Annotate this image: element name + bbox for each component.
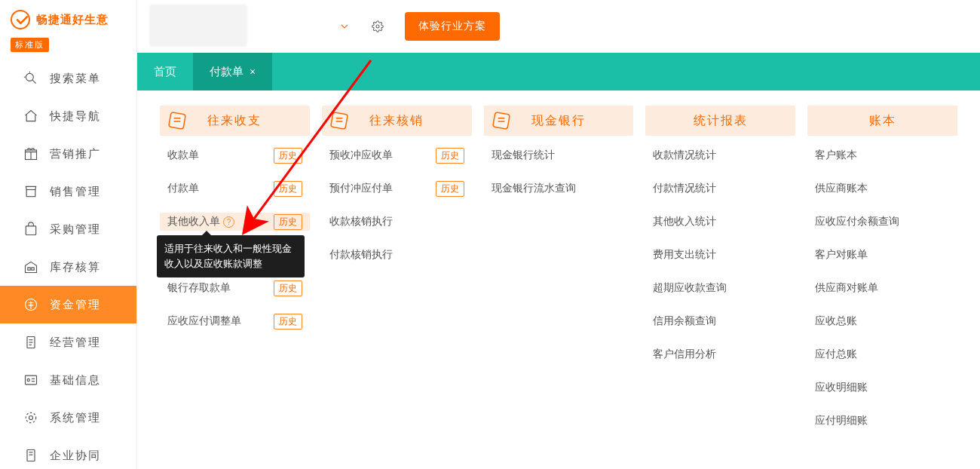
menu-item[interactable]: 收款情况统计 xyxy=(653,146,788,164)
sidebar-item-gift[interactable]: 营销推广 xyxy=(0,135,136,173)
menu-item[interactable]: 收款核销执行 xyxy=(329,213,464,231)
menu-item[interactable]: 应付总账 xyxy=(815,345,950,363)
tab-label: 首页 xyxy=(154,65,176,79)
sidebar-item-label: 企业协同 xyxy=(50,449,101,463)
menu-item-text: 供应商账本 xyxy=(815,182,868,195)
menu-item[interactable]: 付款单历史 xyxy=(167,179,302,198)
section-column: 往来核销预收冲应收单历史预付冲应付单历史收款核销执行付款核销执行 xyxy=(322,106,472,469)
menu-item[interactable]: 客户账本 xyxy=(815,146,950,164)
sidebar-item-cog[interactable]: 系统管理 xyxy=(0,399,136,437)
menu-item[interactable]: 付款情况统计 xyxy=(653,179,788,198)
section-header-icon xyxy=(492,111,511,130)
menu-item[interactable]: 应收总账 xyxy=(815,312,950,330)
sidebar-item-money[interactable]: 资金管理 xyxy=(0,286,136,323)
card-icon xyxy=(23,372,39,388)
account-dropdown-caret-icon[interactable] xyxy=(337,19,352,34)
trial-industry-button[interactable]: 体验行业方案 xyxy=(405,12,500,41)
menu-item[interactable]: 收款单历史 xyxy=(167,146,302,164)
menu-item[interactable]: 预付冲应付单历史 xyxy=(329,179,464,198)
menu-item-label: 超期应收款查询 xyxy=(653,281,727,295)
history-tag[interactable]: 历史 xyxy=(274,181,302,197)
section-title: 账本 xyxy=(869,113,896,129)
menu-item-text: 其他收入统计 xyxy=(653,215,716,228)
svg-rect-9 xyxy=(28,268,30,270)
svg-point-20 xyxy=(26,412,35,422)
account-blur-placeholder xyxy=(149,5,247,47)
settings-gear-icon[interactable] xyxy=(370,19,385,34)
menu-item-label: 银行存取款单 xyxy=(167,281,231,295)
history-tag[interactable]: 历史 xyxy=(436,148,464,164)
menu-item[interactable]: 现金银行统计 xyxy=(492,146,626,164)
menu-item[interactable]: 应收应付余额查询 xyxy=(815,213,950,231)
menu-item-label: 应收明细账 xyxy=(815,381,868,394)
menu-item-text: 应收明细账 xyxy=(815,381,868,394)
menu-item-text: 付款情况统计 xyxy=(653,182,716,195)
history-tag[interactable]: 历史 xyxy=(274,314,302,330)
sidebar-item-label: 采购管理 xyxy=(50,222,101,237)
sidebar-item-shop[interactable]: 销售管理 xyxy=(0,173,136,210)
sidebar-item-doc[interactable]: 经营管理 xyxy=(0,323,136,361)
svg-rect-8 xyxy=(26,226,35,235)
menu-item[interactable]: 应付明细账 xyxy=(815,412,950,430)
menu-item[interactable]: 银行存取款单历史 xyxy=(167,279,302,297)
tab-1[interactable]: 付款单× xyxy=(193,53,272,90)
menu-item[interactable]: 超期应收款查询 xyxy=(653,279,788,297)
menu-item-label: 客户对账单 xyxy=(815,248,868,262)
menu-item[interactable]: 客户对账单 xyxy=(815,246,950,264)
menu-item-text: 供应商对账单 xyxy=(815,281,878,295)
help-icon[interactable]: ? xyxy=(223,216,234,228)
menu-item[interactable]: 应收明细账 xyxy=(815,379,950,397)
menu-item-text: 预收冲应收单 xyxy=(329,149,393,162)
menu-item[interactable]: 供应商对账单 xyxy=(815,279,950,297)
menu-item[interactable]: 应收应付调整单历史 xyxy=(167,312,302,330)
section-column: 统计报表收款情况统计付款情况统计其他收入统计费用支出统计超期应收款查询信用余额查… xyxy=(645,106,795,469)
sidebar-item-label: 库存核算 xyxy=(50,260,101,274)
menu-item[interactable]: 付款核销执行 xyxy=(329,246,464,264)
menu-item-text: 应收应付余额查询 xyxy=(815,215,899,228)
home-icon xyxy=(23,108,39,124)
menu-item-text: 应付明细账 xyxy=(815,414,868,428)
sidebar-item-home[interactable]: 快捷导航 xyxy=(0,97,136,135)
menu-item-label: 费用支出统计 xyxy=(653,248,716,262)
sidebar-item-bag[interactable]: 采购管理 xyxy=(0,210,136,248)
menu-item[interactable]: 费用支出统计 xyxy=(653,246,788,264)
menu-item[interactable]: 客户信用分析 xyxy=(653,345,788,363)
menu-item[interactable]: 现金银行流水查询 xyxy=(492,179,626,198)
history-tag[interactable]: 历史 xyxy=(274,214,302,230)
menu-item-text: 费用支出统计 xyxy=(653,248,716,262)
tab-close-icon[interactable]: × xyxy=(250,66,256,77)
menu-item-label: 信用余额查询 xyxy=(653,314,716,328)
cog-icon xyxy=(23,409,39,426)
menu-item-text: 应收应付调整单 xyxy=(167,314,241,328)
menu-item[interactable]: 预收冲应收单历史 xyxy=(329,146,464,164)
section-header: 往来收支 xyxy=(160,106,310,136)
shop-icon xyxy=(23,183,39,200)
brand-name: 畅捷通好生意 xyxy=(36,13,109,27)
section-header: 统计报表 xyxy=(645,106,795,136)
money-icon xyxy=(23,296,39,313)
menu-item-label: 现金银行流水查询 xyxy=(492,182,576,195)
svg-point-0 xyxy=(26,73,33,81)
history-tag[interactable]: 历史 xyxy=(274,148,302,164)
menu-item-label: 应付总账 xyxy=(815,348,857,361)
sidebar-item-card[interactable]: 基础信息 xyxy=(0,361,136,399)
bag-icon xyxy=(23,221,39,238)
section-column: 往来收支收款单历史付款单历史其他收入单?历史费用支出单历史银行存取款单历史应收应… xyxy=(160,106,310,469)
menu-item[interactable]: 信用余额查询 xyxy=(653,312,788,330)
section-column: 账本客户账本供应商账本应收应付余额查询客户对账单供应商对账单应收总账应付总账应收… xyxy=(807,106,957,469)
section-column: 现金银行现金银行统计现金银行流水查询 xyxy=(484,106,634,469)
history-tag[interactable]: 历史 xyxy=(274,280,302,296)
edition-badge: 标准版 xyxy=(11,38,49,52)
menu-item[interactable]: 其他收入单?历史 xyxy=(160,213,310,231)
sidebar-item-warehouse[interactable]: 库存核算 xyxy=(0,248,136,286)
history-tag[interactable]: 历史 xyxy=(436,181,464,197)
menu-item[interactable]: 供应商账本 xyxy=(815,179,950,198)
sidebar-item-search[interactable]: 搜索菜单 xyxy=(0,60,136,97)
sidebar-item-label: 系统管理 xyxy=(50,411,101,425)
sidebar-item-team[interactable]: 企业协同 xyxy=(0,437,136,469)
doc-icon xyxy=(23,334,39,351)
menu-item[interactable]: 其他收入统计 xyxy=(653,213,788,231)
tab-label: 付款单 xyxy=(210,65,243,79)
tab-0[interactable]: 首页 xyxy=(137,53,193,90)
svg-rect-29 xyxy=(331,112,348,130)
